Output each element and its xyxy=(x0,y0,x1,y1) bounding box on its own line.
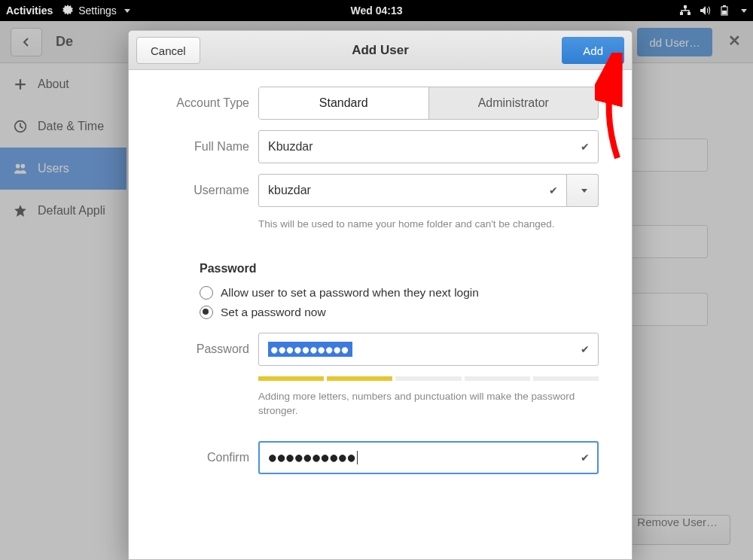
password-input[interactable]: ●●●●●●●●●● xyxy=(258,333,599,366)
account-type-administrator[interactable]: Administrator xyxy=(429,87,599,119)
chevron-down-icon xyxy=(581,189,587,193)
settings-app-icon xyxy=(62,5,74,17)
radio-icon xyxy=(200,286,213,300)
svg-rect-0 xyxy=(684,5,687,8)
gnome-top-panel: Activities Settings Wed 04:13 xyxy=(0,0,753,21)
text-cursor xyxy=(357,451,358,464)
label-account-type: Account Type xyxy=(162,96,258,110)
battery-icon xyxy=(718,5,730,17)
radio-set-now[interactable]: Set a password now xyxy=(200,306,599,319)
account-type-standard[interactable]: Standard xyxy=(259,87,429,119)
label-username: Username xyxy=(162,184,258,197)
confirm-password-input[interactable]: ●●●●●●●●●● xyxy=(258,441,599,474)
username-suggestions-dropdown[interactable] xyxy=(567,174,599,207)
confirm-masked-value: ●●●●●●●●●● xyxy=(269,450,356,464)
label-confirm: Confirm xyxy=(162,451,258,464)
check-icon: ✔ xyxy=(581,343,590,355)
password-section-heading: Password xyxy=(200,262,599,275)
username-help-text: This will be used to name your home fold… xyxy=(258,218,599,232)
full-name-input[interactable] xyxy=(258,130,599,163)
label-full-name: Full Name xyxy=(162,140,258,154)
activities-button[interactable]: Activities xyxy=(6,5,53,17)
username-input[interactable] xyxy=(258,174,567,207)
cancel-button[interactable]: Cancel xyxy=(136,37,200,64)
check-icon: ✔ xyxy=(581,452,590,464)
radio-icon xyxy=(200,306,213,319)
add-user-dialog: Cancel Add User Add Account Type Standar… xyxy=(128,30,633,560)
password-strength-meter xyxy=(258,376,599,381)
svg-rect-5 xyxy=(722,11,727,14)
radio-label: Allow user to set a password when they n… xyxy=(221,286,479,300)
add-button[interactable]: Add xyxy=(562,37,624,64)
svg-rect-2 xyxy=(687,12,691,15)
dialog-title: Add User xyxy=(352,43,409,58)
svg-rect-1 xyxy=(680,12,683,15)
system-status-area[interactable] xyxy=(679,5,747,17)
app-menu[interactable]: Settings xyxy=(62,5,130,17)
network-icon xyxy=(679,5,691,17)
label-password: Password xyxy=(162,342,258,356)
radio-next-login[interactable]: Allow user to set a password when they n… xyxy=(200,286,599,300)
password-strength-help: Adding more letters, numbers and punctua… xyxy=(258,390,599,418)
chevron-down-icon xyxy=(124,9,130,13)
radio-label: Set a password now xyxy=(221,306,326,319)
check-icon: ✔ xyxy=(549,184,558,196)
account-type-toggle[interactable]: Standard Administrator xyxy=(258,87,599,120)
volume-icon xyxy=(699,5,711,17)
password-masked-value: ●●●●●●●●●● xyxy=(268,342,352,357)
chevron-down-icon xyxy=(741,9,747,13)
dialog-headerbar: Cancel Add User Add xyxy=(129,31,632,70)
check-icon: ✔ xyxy=(581,141,590,153)
svg-rect-4 xyxy=(723,5,726,7)
